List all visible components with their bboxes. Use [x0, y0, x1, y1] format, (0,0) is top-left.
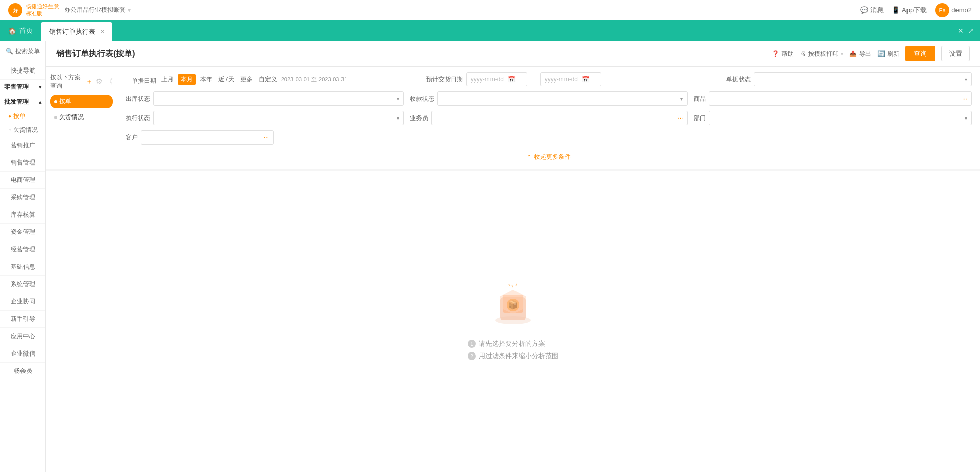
sidebar-item-operations[interactable]: 经营管理	[0, 241, 45, 258]
expected-date-end-input[interactable]: yyyy-mm-dd 📅	[540, 72, 601, 86]
export-btn[interactable]: 📤 导出	[849, 50, 871, 58]
goods-select[interactable]: ···	[709, 91, 972, 106]
customer-label: 客户	[126, 133, 138, 142]
empty-hints: 1 请先选择要分析的方案 2 用过滤条件来缩小分析范围	[468, 339, 558, 361]
app-download-btn[interactable]: 📱 App下载	[892, 6, 927, 15]
sidebar-item-system[interactable]: 系统管理	[0, 276, 45, 293]
customer-select[interactable]: ···	[141, 130, 274, 145]
print-arrow-icon: ▾	[841, 51, 843, 57]
dept-select[interactable]: ▾	[709, 111, 972, 125]
filter-scheme-panel: 按以下方案查询 ＋ ⚙ 《 按单 欠货情况	[46, 67, 117, 169]
main-layout: 🔍 搜索菜单 快捷导航 零售管理 ▾ 批发管理 ▴ ● 按单 ○ 欠货	[0, 41, 980, 472]
window-close-btn[interactable]: ✕	[958, 27, 964, 35]
filter-panel: 按以下方案查询 ＋ ⚙ 《 按单 欠货情况	[46, 67, 980, 169]
svg-line-8	[512, 285, 513, 287]
settings-button[interactable]: 设置	[941, 46, 970, 61]
sidebar-item-retail[interactable]: 零售管理 ▾	[0, 80, 45, 95]
tab-sales-order-exec[interactable]: 销售订单执行表 ×	[41, 22, 112, 41]
date-tab-custom[interactable]: 自定义	[257, 74, 279, 85]
salesman-group: 业务员 ···	[410, 111, 688, 125]
svg-text:好: 好	[13, 8, 18, 13]
date-tab-this-year[interactable]: 本年	[198, 74, 214, 85]
svg-text:📦: 📦	[508, 300, 518, 310]
sidebar-item-wholesale[interactable]: 批发管理 ▴	[0, 95, 45, 109]
dept-label: 部门	[694, 114, 706, 123]
search-menu-btn[interactable]: 🔍 搜索菜单	[4, 45, 41, 58]
print-btn[interactable]: 🖨 按模板打印 ▾	[800, 50, 843, 58]
sidebar-item-enterprise-collab[interactable]: 企业协同	[0, 293, 45, 311]
ship-status-select[interactable]: ▾	[153, 91, 404, 106]
filter-row-1: 单据日期 上月 本月 本年 近7天 更多 自定义 2023-03-01 至 20…	[126, 72, 972, 86]
print-icon: 🖨	[800, 50, 806, 57]
scheme-dot	[54, 100, 57, 103]
sidebar-section-retail: 零售管理 ▾	[0, 80, 45, 95]
sidebar-item-basic-info[interactable]: 基础信息	[0, 258, 45, 276]
filter-row-2: 出库状态 ▾ 收款状态 ▾ 商品	[126, 91, 972, 106]
scheme-add-icon[interactable]: ＋	[86, 77, 93, 86]
bill-status-dropdown-icon: ▾	[965, 77, 967, 82]
salesman-more-icon: ···	[678, 114, 683, 122]
empty-hint-2: 2 用过滤条件来缩小分析范围	[468, 351, 558, 361]
topbar: 好 畅捷通好生意 标准版 办公用品行业模拟账套 ▾ 💬 消息 📱 App下载 E…	[0, 0, 980, 20]
sidebar-item-purchase[interactable]: 采购管理	[0, 189, 45, 206]
sidebar-item-inventory[interactable]: 库存核算	[0, 206, 45, 224]
user-menu[interactable]: Ea demo2	[935, 3, 972, 17]
refresh-btn[interactable]: 🔄 刷新	[877, 50, 899, 58]
ship-status-group: 出库状态 ▾	[126, 91, 404, 106]
sidebar-item-marketing[interactable]: 营销推广	[0, 137, 45, 154]
tab-home[interactable]: 🏠 首页	[0, 20, 41, 41]
goods-more-icon: ···	[962, 95, 967, 102]
message-btn[interactable]: 💬 消息	[860, 6, 884, 15]
sidebar-item-ecom[interactable]: 电商管理	[0, 172, 45, 189]
filter-row-4: 客户 ···	[126, 130, 972, 145]
exec-dropdown-icon: ▾	[397, 115, 399, 121]
sidebar-item-sales[interactable]: 销售管理	[0, 154, 45, 172]
sidebar-item-newbie[interactable]: 新手引导	[0, 311, 45, 328]
date-tab-7days[interactable]: 近7天	[216, 74, 236, 85]
ship-dropdown-icon: ▾	[397, 96, 399, 102]
payment-status-label: 收款状态	[410, 95, 434, 103]
scheme-item-backorder[interactable]: 欠货情况	[50, 110, 113, 124]
date-range-text: 2023-03-01 至 2023-03-31	[281, 76, 348, 83]
sidebar-item-quick-nav[interactable]: 快捷导航	[0, 62, 45, 80]
date-separator: —	[530, 76, 537, 83]
hint-num-2: 2	[468, 352, 476, 360]
logo-area: 好 畅捷通好生意 标准版	[8, 3, 59, 17]
exec-status-select[interactable]: ▾	[153, 111, 404, 125]
svg-line-9	[516, 284, 517, 286]
tab-close-btn[interactable]: ×	[101, 28, 104, 35]
home-icon: 🏠	[8, 27, 16, 35]
scheme-actions: ＋ ⚙ 《	[86, 77, 113, 86]
sidebar-sub-item-by-order[interactable]: ● 按单	[0, 109, 45, 123]
bill-status-select[interactable]: ▾	[754, 72, 972, 86]
window-maximize-btn[interactable]: ⤢	[968, 27, 974, 35]
sidebar-item-vip[interactable]: 畅会员	[0, 363, 45, 380]
query-button[interactable]: 查询	[905, 46, 935, 61]
sidebar-item-finance[interactable]: 资金管理	[0, 224, 45, 241]
collapse-filter-btn[interactable]: ⌃ 收起更多条件	[126, 150, 972, 163]
payment-status-select[interactable]: ▾	[437, 91, 688, 106]
sidebar-item-enterprise-wechat[interactable]: 企业微信	[0, 345, 45, 363]
scheme-settings-icon[interactable]: ⚙	[96, 77, 103, 86]
expected-date-start-input[interactable]: yyyy-mm-dd 📅	[466, 72, 527, 86]
svg-line-10	[509, 284, 510, 286]
date-tab-more[interactable]: 更多	[238, 74, 255, 85]
app-icon: 📱	[892, 6, 900, 14]
salesman-select[interactable]: ···	[431, 111, 688, 125]
sidebar: 🔍 搜索菜单 快捷导航 零售管理 ▾ 批发管理 ▴ ● 按单 ○ 欠货	[0, 41, 46, 472]
page-actions: ❓ 帮助 🖨 按模板打印 ▾ 📤 导出 🔄 刷新 查询 设置	[772, 46, 970, 61]
sidebar-item-app-center[interactable]: 应用中心	[0, 328, 45, 345]
payment-status-group: 收款状态 ▾	[410, 91, 688, 106]
date-tab-last-month[interactable]: 上月	[159, 74, 176, 85]
date-tab-this-month[interactable]: 本月	[178, 74, 196, 85]
wholesale-arrow-icon: ▴	[39, 99, 41, 105]
exec-status-label: 执行状态	[126, 114, 150, 123]
dept-group: 部门 ▾	[694, 111, 972, 125]
collapse-icon: ⌃	[527, 154, 532, 161]
scheme-item-by-order[interactable]: 按单	[50, 95, 113, 108]
help-btn[interactable]: ❓ 帮助	[772, 50, 794, 58]
scheme-collapse-icon[interactable]: 《	[106, 77, 113, 86]
sidebar-sub-item-backorder[interactable]: ○ 欠货情况	[0, 123, 45, 137]
breadcrumb[interactable]: 办公用品行业模拟账套 ▾	[64, 6, 131, 14]
help-icon: ❓	[772, 50, 779, 57]
